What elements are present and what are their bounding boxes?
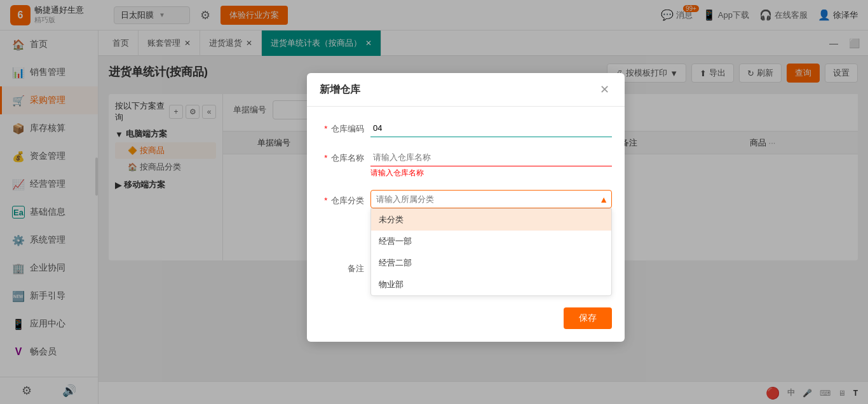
warehouse-category-row: * 仓库分类 ▲ 未分类 经营一部 经营二部: [320, 190, 612, 208]
required-star-name: *: [324, 153, 327, 163]
dropdown-item-dept2-label: 经营二部: [379, 258, 412, 267]
warehouse-note-label: 备注: [320, 259, 370, 274]
dropdown-item-unclassified-label: 未分类: [379, 215, 403, 224]
warehouse-category-field: ▲ 未分类 经营一部 经营二部 物业部: [370, 190, 612, 208]
dropdown-item-dept3[interactable]: 物业部: [371, 274, 611, 295]
category-dropdown: 未分类 经营一部 经营二部 物业部: [370, 208, 612, 296]
warehouse-name-label: * 仓库名称: [320, 149, 370, 164]
modal-title: 新增仓库: [320, 83, 360, 96]
warehouse-name-row: * 仓库名称 请输入仓库名称: [320, 149, 612, 178]
dropdown-item-dept1[interactable]: 经营一部: [371, 231, 611, 252]
warehouse-code-row: * 仓库编码: [320, 119, 612, 137]
dropdown-item-dept3-label: 物业部: [379, 279, 403, 289]
warehouse-code-input[interactable]: [370, 119, 612, 137]
modal-header: 新增仓库 ✕: [307, 73, 625, 107]
dropdown-item-unclassified[interactable]: 未分类: [371, 209, 611, 231]
warehouse-name-error: 请输入仓库名称: [370, 168, 612, 178]
dropdown-item-dept1-label: 经营一部: [379, 236, 412, 246]
required-star-code: *: [324, 124, 327, 133]
new-warehouse-modal: 新增仓库 ✕ * 仓库编码 * 仓库名称 请输入仓库名称: [307, 73, 625, 342]
dropdown-item-dept2[interactable]: 经营二部: [371, 252, 611, 274]
modal-close-button[interactable]: ✕: [597, 82, 612, 97]
warehouse-code-field: [370, 119, 612, 137]
category-select-wrapper: ▲: [370, 190, 612, 208]
warehouse-code-label: * 仓库编码: [320, 119, 370, 135]
modal-body: * 仓库编码 * 仓库名称 请输入仓库名称 * 仓库分类: [307, 107, 625, 301]
category-select-input[interactable]: [370, 190, 612, 208]
save-button[interactable]: 保存: [564, 307, 612, 329]
modal-footer: 保存: [307, 301, 625, 342]
warehouse-category-label: * 仓库分类: [320, 190, 370, 206]
warehouse-name-field: 请输入仓库名称: [370, 149, 612, 178]
warehouse-name-input[interactable]: [370, 149, 612, 166]
required-star-cat: *: [324, 196, 327, 205]
